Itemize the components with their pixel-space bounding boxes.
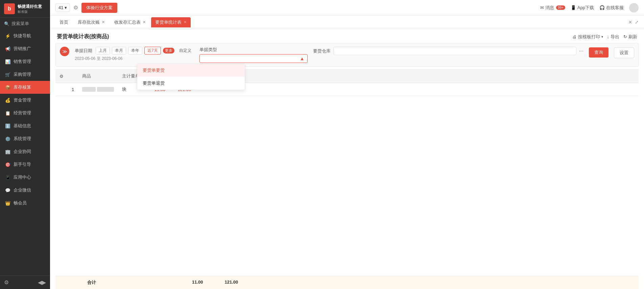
logo: b 畅捷通好生意 标准版 [0,0,50,18]
header-gear-icon[interactable]: ⚙ [73,4,78,11]
date-btn-last-month[interactable]: 上月 [96,47,110,54]
tab-order-stats-close[interactable]: ✕ [184,20,187,24]
sidebar-label-wechat: 企业微信 [14,187,31,193]
sidebar-item-finance[interactable]: 💰 资金管理 [0,94,50,107]
message-action[interactable]: ✉ 消息 99+ [540,5,565,11]
type-filter-input[interactable] [202,56,300,61]
tab-order-stats-label: 要货单统计表 [155,19,182,25]
type-filter-input-wrapper[interactable]: ▲ [199,54,308,63]
date-custom-btn[interactable]: 自定义 [176,47,194,54]
filter-expand-btn[interactable]: ≫ [60,47,69,56]
company-select-value: 41 [58,5,63,10]
export-icon: ↓ [607,34,610,39]
tab-inventory-batch[interactable]: 库存批次账 ✕ [74,17,109,27]
col-settings-header[interactable]: ⚙ [55,70,68,83]
print-action[interactable]: 🖨 按模板打印 ▾ [572,34,603,40]
service-action[interactable]: 🎧 在线客服 [599,5,624,11]
quick-nav-icon: ⚡ [5,33,11,39]
sales-icon: 📊 [5,59,11,65]
chevron-down-icon: ▾ [65,5,67,10]
print-icon: 🖨 [572,34,577,39]
sidebar-item-inventory[interactable]: 📦 库存核算 [0,81,50,94]
trial-button[interactable]: 体验行业方案 [81,3,117,13]
sidebar-label-inventory: 库存核算 [14,84,31,90]
sidebar-item-enterprise[interactable]: 🏢 企业协同 [0,145,50,158]
page-title: 要货单统计表(按商品) [57,33,109,40]
page-header: 要货单统计表(按商品) 🖨 按模板打印 ▾ ↓ 导出 ↻ 刷新 [50,29,644,43]
top-header: 41 ▾ ⚙ 体验行业方案 ✉ 消息 99+ 📱 App下载 🎧 在线客服 [50,0,644,16]
sidebar-label-guide: 新手引导 [14,161,31,168]
tab-inventory-batch-close[interactable]: ✕ [102,20,105,24]
sidebar-item-wechat[interactable]: 💬 企业微信 [0,184,50,197]
search-menu-label: 搜索菜单 [11,21,29,27]
sidebar-item-purchase[interactable]: 🛒 采购管理 [0,68,50,81]
main-area: 41 ▾ ⚙ 体验行业方案 ✉ 消息 99+ 📱 App下载 🎧 在线客服 [50,0,644,289]
dropdown-item-order-goods[interactable]: 要货单要货 [137,64,245,77]
sidebar-item-basic-info[interactable]: ℹ️ 基础信息 [0,119,50,132]
sidebar-item-system[interactable]: ⚙️ 系统管理 [0,132,50,145]
date-more-badge[interactable]: 更多 [163,48,174,53]
footer-empty-unit [151,280,188,286]
sidebar-label-sales: 销售管理 [14,59,31,65]
export-action[interactable]: ↓ 导出 [607,34,620,40]
warehouse-label: 要货仓库 [313,48,331,54]
sidebar: b 畅捷通好生意 标准版 🔍 搜索菜单 ⚡ 快捷导航 📢 营销推广 📊 销售管理… [0,0,50,289]
message-label: 消息 [545,5,554,11]
product-placeholder [82,87,114,92]
sidebar-label-quick-nav: 快捷导航 [14,33,31,39]
tab-home-label: 首页 [59,19,68,25]
footer-gap [207,280,221,286]
logo-text: 畅捷通好生意 标准版 [18,4,42,14]
app-download-action[interactable]: 📱 App下载 [571,5,594,11]
type-filter-arrow-icon[interactable]: ▲ [300,56,305,61]
service-label: 在线客服 [606,5,624,11]
avatar[interactable] [629,3,639,13]
header-right: ✉ 消息 99+ 📱 App下载 🎧 在线客服 [540,3,639,13]
sidebar-label-member: 畅会员 [14,200,27,206]
warehouse-input[interactable] [333,47,576,55]
filter-bar: ≫ 单据日期 上月 本月 本年 近7天 更多 自定义 2023-05-06 至 … [55,43,639,67]
sidebar-bottom: ⚙ ◀▶ [0,275,50,289]
col-extra-header [195,70,639,83]
refresh-action[interactable]: ↻ 刷新 [623,34,637,40]
print-label: 按模板打印 [578,34,600,40]
sidebar-item-quick-nav[interactable]: ⚡ 快捷导航 [0,29,50,42]
sidebar-label-finance: 资金管理 [14,97,31,103]
search-menu-item[interactable]: 🔍 搜索菜单 [0,18,50,29]
sidebar-item-guide[interactable]: 🎯 新手引导 [0,158,50,171]
logo-icon: b [4,3,15,14]
tabs-end: ✕ ⤢ [628,20,639,25]
type-filter-group: 单据类型 ▲ [199,47,308,63]
warehouse-more-icon[interactable]: ··· [579,48,583,54]
row-settings-cell [55,83,68,96]
sidebar-label-enterprise: 企业协同 [14,149,31,155]
company-select[interactable]: 41 ▾ [55,3,70,12]
product-bar-2 [97,87,114,92]
date-filter-group: 单据日期 上月 本月 本年 近7天 更多 自定义 2023-05-06 至 20… [75,47,194,62]
row-num-cell: 1 [68,83,78,96]
sidebar-item-operations[interactable]: 📋 经营管理 [0,107,50,119]
tab-home[interactable]: 首页 [55,17,72,27]
sidebar-item-member[interactable]: 👑 畅会员 [0,197,50,209]
table-footer: 合计 11.00 121.00 [55,276,639,289]
sidebar-item-app-center[interactable]: 📱 应用中心 [0,171,50,184]
expand-tabs-icon[interactable]: ⤢ [635,20,639,25]
date-btn-7days[interactable]: 近7天 [144,47,161,54]
sidebar-item-sales[interactable]: 📊 销售管理 [0,55,50,68]
close-all-icon[interactable]: ✕ [628,20,632,25]
settings-button[interactable]: 设置 [614,47,634,58]
dropdown-item-order-return[interactable]: 要货单退货 [137,77,245,90]
type-filter-label: 单据类型 [199,47,308,53]
system-icon: ⚙️ [5,136,11,142]
tab-receive-summary-close[interactable]: ✕ [143,20,146,24]
sidebar-collapse-btn[interactable]: ◀▶ [38,279,46,286]
tab-receive-summary[interactable]: 收发存汇总表 ✕ [110,17,150,27]
guide-icon: 🎯 [5,161,11,168]
query-button[interactable]: 查询 [589,47,609,58]
date-btn-this-month[interactable]: 本月 [112,47,126,54]
search-icon: 🔍 [4,21,9,26]
date-btn-this-year[interactable]: 本年 [128,47,142,54]
settings-icon[interactable]: ⚙ [4,279,9,286]
tab-order-stats[interactable]: 要货单统计表 ✕ [151,17,191,27]
sidebar-item-marketing[interactable]: 📢 营销推广 [0,42,50,55]
